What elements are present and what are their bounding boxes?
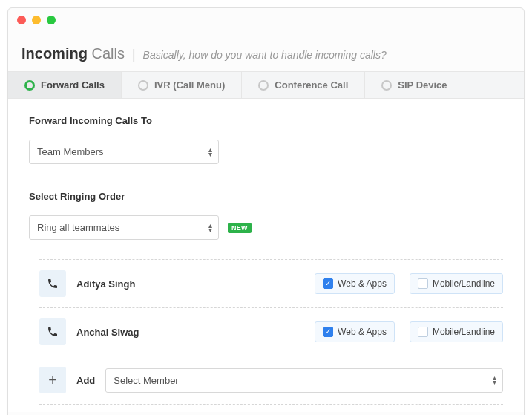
member-name: Aditya Singh xyxy=(76,278,151,290)
tab-label: Forward Calls xyxy=(41,79,105,91)
page-subtitle: Basically, how do you want to handle inc… xyxy=(143,49,387,61)
page-title: Incoming Calls xyxy=(22,45,125,62)
page-header: Incoming Calls | Basically, how do you w… xyxy=(8,45,524,71)
add-member-select[interactable]: Select Member xyxy=(105,368,503,393)
tab-conference-call[interactable]: Conference Call xyxy=(242,72,365,98)
web-apps-toggle[interactable]: Web & Apps xyxy=(315,321,395,342)
member-list: Aditya Singh Web & Apps Mobile/Landline … xyxy=(39,259,503,405)
mobile-landline-toggle[interactable]: Mobile/Landline xyxy=(410,321,503,342)
add-member-row: + Add Select Member xyxy=(39,356,503,405)
checkbox-unchecked-icon xyxy=(418,278,428,289)
radio-icon xyxy=(258,80,269,91)
new-badge: NEW xyxy=(228,223,252,233)
window-titlebar xyxy=(8,8,524,45)
member-row: Anchal Siwag Web & Apps Mobile/Landline xyxy=(39,308,503,356)
window-minimize-button[interactable] xyxy=(32,16,41,24)
window-zoom-button[interactable] xyxy=(47,16,56,24)
web-apps-toggle[interactable]: Web & Apps xyxy=(315,273,395,294)
tab-forward-calls[interactable]: Forward Calls xyxy=(8,72,122,98)
forward-to-select[interactable]: Team Members xyxy=(29,140,219,164)
page-title-bold: Incoming xyxy=(22,45,88,62)
channel-label: Mobile/Landline xyxy=(433,278,495,289)
phone-icon xyxy=(47,326,59,338)
tab-label: SIP Device xyxy=(398,79,447,91)
ringing-order-select[interactable]: Ring all teammates xyxy=(29,215,219,240)
channel-label: Web & Apps xyxy=(338,278,387,289)
member-icon-box xyxy=(39,270,66,297)
add-label: Add xyxy=(76,375,95,386)
window-close-button[interactable] xyxy=(17,16,26,24)
channel-label: Web & Apps xyxy=(338,327,387,337)
select-value: Ring all teammates xyxy=(37,222,119,233)
tab-ivr[interactable]: IVR (Call Menu) xyxy=(122,72,242,98)
select-placeholder: Select Member xyxy=(114,375,178,386)
caret-icon xyxy=(208,148,212,157)
select-value: Team Members xyxy=(37,146,104,157)
radio-icon xyxy=(138,80,148,91)
title-separator: | xyxy=(132,47,136,62)
add-icon-box[interactable]: + xyxy=(39,367,66,393)
checkbox-checked-icon xyxy=(323,327,333,337)
caret-icon xyxy=(208,223,212,232)
radio-icon xyxy=(381,80,392,91)
settings-window: Incoming Calls | Basically, how do you w… xyxy=(7,7,525,415)
member-row: Aditya Singh Web & Apps Mobile/Landline xyxy=(39,259,503,308)
checkbox-checked-icon xyxy=(323,278,333,289)
forward-to-label: Forward Incoming Calls To xyxy=(29,115,503,126)
member-name: Anchal Siwag xyxy=(76,327,151,338)
ringing-order-label: Select Ringing Order xyxy=(29,191,503,202)
tab-label: IVR (Call Menu) xyxy=(154,79,225,91)
tab-content: Forward Incoming Calls To Team Members S… xyxy=(8,99,524,412)
next-section-label: If Unanswered, Forward Calls To xyxy=(8,412,524,415)
tab-sip-device[interactable]: SIP Device xyxy=(365,72,463,98)
checkbox-unchecked-icon xyxy=(418,327,428,337)
radio-selected-icon xyxy=(24,80,35,91)
mobile-landline-toggle[interactable]: Mobile/Landline xyxy=(410,273,503,294)
phone-icon xyxy=(47,278,59,290)
channel-label: Mobile/Landline xyxy=(433,327,495,337)
tab-label: Conference Call xyxy=(275,79,348,91)
call-handling-tabs: Forward Calls IVR (Call Menu) Conference… xyxy=(8,71,524,99)
page-title-light: Calls xyxy=(91,45,124,62)
member-icon-box xyxy=(39,318,66,345)
caret-icon xyxy=(493,376,496,385)
plus-icon: + xyxy=(48,372,57,389)
